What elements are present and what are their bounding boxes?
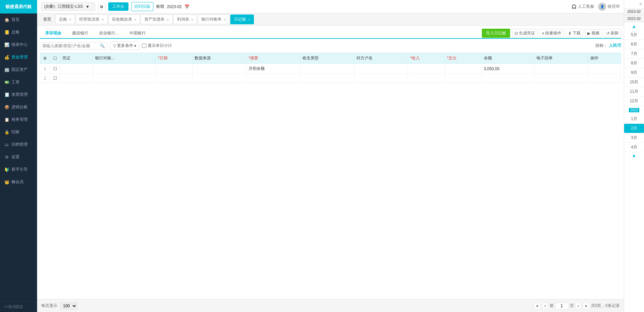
- tab-ledger[interactable]: 总账 ×: [55, 15, 75, 24]
- calendar-icon[interactable]: 📅: [184, 4, 189, 9]
- download-button[interactable]: ⬇ 下载: [566, 29, 583, 37]
- service-button[interactable]: 🎧 人工客服: [572, 4, 594, 9]
- batch-operation-button[interactable]: ≡ 批量操作: [539, 29, 564, 37]
- refresh-button[interactable]: ↺ 刷新: [604, 29, 621, 37]
- cal-month-12[interactable]: 12月: [624, 96, 644, 106]
- sidebar-item-archive[interactable]: 🗂 归档管理: [0, 138, 37, 151]
- calendar-close-button[interactable]: ×: [639, 1, 642, 7]
- sidebar-item-guide[interactable]: 🔰 新手引导: [0, 163, 37, 176]
- cal-month-10[interactable]: 10月: [624, 78, 644, 87]
- sidebar-item-closing[interactable]: 🔒 结账: [0, 126, 37, 138]
- cal-month-5[interactable]: 5月: [624, 30, 644, 40]
- row-2-bank: [93, 74, 155, 83]
- search-input[interactable]: [42, 44, 98, 48]
- row-2-num: 2: [40, 74, 50, 83]
- cal-scroll-up[interactable]: ▲: [624, 22, 644, 30]
- next-page-button[interactable]: ›: [575, 303, 581, 309]
- copy-button[interactable]: ⧉: [98, 3, 106, 10]
- import-journal-button[interactable]: 导入日记账: [482, 29, 510, 38]
- sidebar-label-fund: 资金管理: [11, 54, 28, 60]
- first-page-button[interactable]: «: [534, 303, 541, 309]
- sidebar-item-salary[interactable]: 💵 工资: [0, 76, 37, 88]
- sidebar-item-invoice[interactable]: 🧾 发票管理: [0, 88, 37, 101]
- tab-ledger-close[interactable]: ×: [69, 18, 71, 22]
- table-row: 1 ☐ 月初余额 3,050.00: [40, 64, 621, 74]
- cal-month-6[interactable]: 6月: [624, 40, 644, 49]
- tab-assets[interactable]: 资产负债表 ×: [141, 15, 172, 24]
- sidebar-item-report[interactable]: 📊 报表中心: [0, 38, 37, 51]
- cal-month-4[interactable]: 4月: [624, 143, 644, 152]
- row-2-check[interactable]: ☐: [50, 74, 60, 83]
- sidebar-item-tax[interactable]: 📋 税务管理: [0, 113, 37, 126]
- sidebar-item-member[interactable]: 👑 畅会员: [0, 176, 37, 188]
- filter-icon: ▽: [113, 44, 116, 48]
- tab-bank-close[interactable]: ×: [224, 18, 226, 22]
- sub-tab-ccb[interactable]: 建设银行: [67, 28, 94, 39]
- topbar-right: 🎧 人工客服 👤 徐淫华: [572, 3, 620, 11]
- sub-tab-cash[interactable]: 库存现金: [40, 28, 67, 39]
- col-settings[interactable]: ⚙: [40, 53, 50, 64]
- show-subtotal-checkbox[interactable]: [142, 44, 146, 48]
- last-page-button[interactable]: »: [583, 303, 590, 309]
- tab-receivable[interactable]: 应收账款表 ×: [108, 15, 140, 24]
- sidebar-item-fund[interactable]: 💰 资金管理: [0, 51, 37, 63]
- tab-assets-label: 资产负债表: [144, 17, 165, 22]
- tab-profit-close[interactable]: ×: [191, 18, 193, 22]
- page-prefix: 第: [550, 303, 554, 309]
- tab-home[interactable]: 首页: [40, 15, 55, 24]
- tab-status[interactable]: 经营状况表 ×: [76, 15, 107, 24]
- toolbar: 🔍 ▽ 更多条件 ▾ 显示本日小计 拆称： 人民币: [40, 41, 621, 50]
- cal-month-11[interactable]: 11月: [624, 87, 644, 96]
- tab-bank[interactable]: 银行对账单 ×: [198, 15, 229, 24]
- unpin-button[interactable]: <<取消固定: [0, 301, 37, 312]
- filter-button[interactable]: ▽ 更多条件 ▾: [110, 41, 139, 50]
- switch-version-button[interactable]: 切到旧版: [131, 2, 153, 11]
- currency-label: 拆称：: [595, 43, 608, 49]
- search-icon[interactable]: 🔍: [100, 44, 105, 48]
- row-1-operate: [588, 64, 621, 74]
- total-records: 共0页，0条记录: [591, 303, 620, 309]
- generate-voucher-button[interactable]: ⊡ 生成凭证: [512, 29, 537, 37]
- sub-tab-bar: 库存现金 建设银行 农业银行... 中国银行 导入日记账 ⊡ 生成凭证 ≡ 批量…: [40, 28, 621, 39]
- sidebar-item-settings[interactable]: ⚙ 设置: [0, 151, 37, 163]
- per-page-select[interactable]: 100: [60, 302, 77, 310]
- sub-tab-boc[interactable]: 中国银行: [124, 28, 151, 39]
- cal-month-9[interactable]: 9月: [624, 68, 644, 78]
- cal-month-1[interactable]: 1月: [624, 114, 644, 124]
- show-subtotal-label[interactable]: 显示本日小计: [142, 43, 172, 49]
- row-2-voucher: [60, 74, 93, 83]
- user-button[interactable]: 👤 徐淫华: [598, 3, 620, 11]
- tab-journal-close[interactable]: ×: [248, 18, 250, 22]
- headset-icon: 🎧: [572, 4, 577, 9]
- cal-month-8[interactable]: 8月: [624, 59, 644, 68]
- sidebar-item-ledger[interactable]: 📒 总账: [0, 26, 37, 38]
- workbench-button[interactable]: 工作台: [108, 2, 128, 11]
- tab-assets-close[interactable]: ×: [167, 18, 169, 22]
- sidebar-label-invoice: 发票管理: [11, 92, 28, 97]
- col-expense: *支出: [445, 53, 481, 64]
- company-selector[interactable]: (勿删）江西颐宝-LSS ▼: [41, 2, 95, 11]
- row-1-check[interactable]: ☐: [50, 64, 60, 74]
- col-check[interactable]: ☐: [50, 53, 60, 64]
- cal-month-3[interactable]: 3月: [624, 133, 644, 143]
- sidebar-label-asset: 固定资产: [11, 67, 28, 73]
- row-2-counterpart: [354, 74, 408, 83]
- tab-receivable-close[interactable]: ×: [134, 18, 136, 22]
- cal-month-2[interactable]: 2月: [624, 124, 644, 133]
- page-number-input[interactable]: [555, 303, 568, 309]
- sidebar-item-asset[interactable]: 🏢 固定资产: [0, 63, 37, 76]
- tab-profit[interactable]: 利润表 ×: [173, 15, 197, 24]
- sidebar-item-home[interactable]: 🏠 首页: [0, 13, 37, 26]
- row-1-bank: [93, 64, 155, 74]
- cal-scroll-down[interactable]: ▼: [624, 152, 644, 160]
- sub-tab-abc[interactable]: 农业银行...: [94, 28, 124, 39]
- sidebar-item-sales[interactable]: 📦 进销台账: [0, 101, 37, 113]
- video-button[interactable]: ▶ 视频: [585, 29, 602, 37]
- cal-month-7[interactable]: 7月: [624, 49, 644, 59]
- currency-value[interactable]: 人民币: [609, 43, 621, 49]
- prev-page-button[interactable]: ‹: [542, 303, 548, 309]
- tab-journal[interactable]: 日记账 ×: [230, 15, 254, 24]
- row-1-balance: 3,050.00: [481, 64, 534, 74]
- sidebar-label-closing: 结账: [11, 129, 20, 135]
- tab-status-close[interactable]: ×: [101, 18, 104, 22]
